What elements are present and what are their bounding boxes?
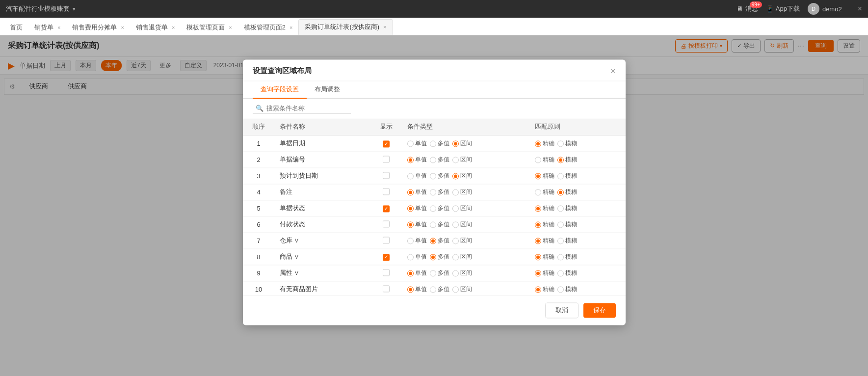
- type-radio-item[interactable]: 多值: [430, 269, 449, 277]
- display-checkbox[interactable]: [383, 220, 390, 227]
- type-radio-item[interactable]: 单值: [407, 220, 427, 229]
- display-checkbox[interactable]: [383, 188, 390, 195]
- type-radio-item[interactable]: 多值: [430, 285, 449, 294]
- match-radio-item[interactable]: 模糊: [557, 269, 577, 277]
- type-radio-item[interactable]: 多值: [430, 220, 449, 229]
- topbar-close-btn[interactable]: ×: [858, 4, 862, 13]
- row-type-cell: 单值多值区间: [402, 152, 530, 168]
- cancel-button[interactable]: 取消: [545, 302, 579, 318]
- row-display-cell[interactable]: [370, 184, 402, 200]
- user-profile[interactable]: D demo2: [808, 3, 842, 15]
- match-radio-item[interactable]: 精确: [535, 156, 554, 164]
- type-radio-item[interactable]: 区间: [452, 204, 472, 213]
- row-display-cell[interactable]: [370, 233, 402, 249]
- match-radio-item[interactable]: 精确: [535, 172, 554, 180]
- save-button[interactable]: 保存: [583, 303, 616, 318]
- type-radio-item[interactable]: 区间: [452, 172, 472, 180]
- app-download-btn[interactable]: 📱 App下载: [766, 4, 800, 13]
- type-radio-item[interactable]: 区间: [452, 269, 472, 277]
- tab-sales-expense[interactable]: 销售费用分摊单 ×: [66, 20, 130, 35]
- tab-sales-expense-close[interactable]: ×: [121, 25, 124, 30]
- radio-label: 精确: [543, 204, 554, 213]
- display-checkbox[interactable]: [383, 237, 390, 243]
- type-radio-item[interactable]: 单值: [407, 156, 427, 164]
- radio-circle: [557, 173, 564, 179]
- type-radio-item[interactable]: 多值: [430, 172, 449, 180]
- display-checkbox[interactable]: [383, 205, 390, 212]
- row-display-cell[interactable]: [370, 135, 402, 152]
- radio-circle: [407, 286, 414, 293]
- tab-tab5-close[interactable]: ×: [289, 25, 292, 30]
- tab-sales-return[interactable]: 销售退货单 ×: [130, 20, 181, 35]
- row-match-cell: 精确模糊: [530, 216, 626, 233]
- type-radio-item[interactable]: 区间: [452, 156, 472, 164]
- tab-sales-return-close[interactable]: ×: [172, 25, 175, 30]
- display-checkbox[interactable]: [383, 156, 390, 162]
- row-display-cell[interactable]: [370, 265, 402, 281]
- type-radio-item[interactable]: 区间: [452, 139, 472, 148]
- row-name: 单据日期: [275, 135, 370, 152]
- display-checkbox[interactable]: [383, 254, 390, 261]
- type-radio-item[interactable]: 单值: [407, 139, 427, 148]
- tab-sales-order[interactable]: 销货单 ×: [28, 20, 66, 35]
- type-radio-item[interactable]: 单值: [407, 204, 427, 213]
- type-radio-item[interactable]: 多值: [430, 204, 449, 213]
- display-checkbox[interactable]: [383, 172, 390, 179]
- match-radio-item[interactable]: 模糊: [557, 188, 577, 196]
- tab-purchase-order[interactable]: 采购订单统计表(按供应商) ×: [298, 19, 393, 35]
- match-radio-item[interactable]: 精确: [535, 269, 554, 277]
- type-radio-item[interactable]: 单值: [407, 188, 427, 196]
- type-radio-item[interactable]: 区间: [452, 220, 472, 229]
- tab-tab5[interactable]: 模板管理页面2 ×: [238, 20, 299, 35]
- search-input[interactable]: [266, 105, 345, 112]
- type-radio-item[interactable]: 单值: [407, 237, 427, 245]
- dialog-tab-layout[interactable]: 布局调整: [307, 81, 348, 99]
- match-radio-item[interactable]: 精确: [535, 220, 554, 229]
- row-display-cell[interactable]: [370, 168, 402, 184]
- match-radio-item[interactable]: 精确: [535, 285, 554, 294]
- match-radio-item[interactable]: 模糊: [557, 156, 577, 164]
- type-radio-item[interactable]: 区间: [452, 285, 472, 294]
- match-radio-item[interactable]: 模糊: [557, 237, 577, 245]
- type-radio-item[interactable]: 多值: [430, 156, 449, 164]
- match-radio-item[interactable]: 精确: [535, 253, 554, 261]
- row-display-cell[interactable]: [370, 249, 402, 265]
- dialog-tab-query-fields[interactable]: 查询字段设置: [253, 81, 307, 99]
- match-radio-item[interactable]: 模糊: [557, 285, 577, 294]
- row-display-cell[interactable]: [370, 216, 402, 233]
- match-radio-item[interactable]: 精确: [535, 237, 554, 245]
- type-radio-item[interactable]: 多值: [430, 237, 449, 245]
- dropdown-icon[interactable]: ▾: [73, 6, 76, 12]
- display-checkbox[interactable]: [383, 285, 390, 292]
- match-radio-item[interactable]: 模糊: [557, 139, 577, 148]
- match-radio-item[interactable]: 模糊: [557, 220, 577, 229]
- type-radio-item[interactable]: 区间: [452, 253, 472, 261]
- type-radio-item[interactable]: 单值: [407, 285, 427, 294]
- type-radio-item[interactable]: 区间: [452, 237, 472, 245]
- type-radio-item[interactable]: 多值: [430, 253, 449, 261]
- notification-btn[interactable]: 🖥 消息 99+: [736, 4, 758, 13]
- row-display-cell[interactable]: [370, 152, 402, 168]
- type-radio-item[interactable]: 多值: [430, 139, 449, 148]
- tab-home[interactable]: 首页: [4, 20, 28, 35]
- match-radio-item[interactable]: 模糊: [557, 172, 577, 180]
- tab-purchase-order-close[interactable]: ×: [383, 24, 386, 30]
- type-radio-item[interactable]: 单值: [407, 269, 427, 277]
- type-radio-item[interactable]: 单值: [407, 253, 427, 261]
- display-checkbox[interactable]: [383, 269, 390, 276]
- tab-tab4[interactable]: 模板管理页面 ×: [181, 20, 237, 35]
- match-radio-item[interactable]: 模糊: [557, 253, 577, 261]
- type-radio-item[interactable]: 多值: [430, 188, 449, 196]
- row-display-cell[interactable]: [370, 281, 402, 295]
- type-radio-item[interactable]: 区间: [452, 188, 472, 196]
- match-radio-item[interactable]: 精确: [535, 188, 554, 196]
- tab-sales-order-close[interactable]: ×: [57, 25, 60, 30]
- match-radio-item[interactable]: 精确: [535, 139, 554, 148]
- tab-tab4-close[interactable]: ×: [229, 25, 232, 30]
- type-radio-item[interactable]: 单值: [407, 172, 427, 180]
- display-checkbox[interactable]: [383, 140, 390, 147]
- dialog-close-btn[interactable]: ×: [610, 67, 616, 76]
- match-radio-item[interactable]: 模糊: [557, 204, 577, 213]
- row-display-cell[interactable]: [370, 200, 402, 216]
- match-radio-item[interactable]: 精确: [535, 204, 554, 213]
